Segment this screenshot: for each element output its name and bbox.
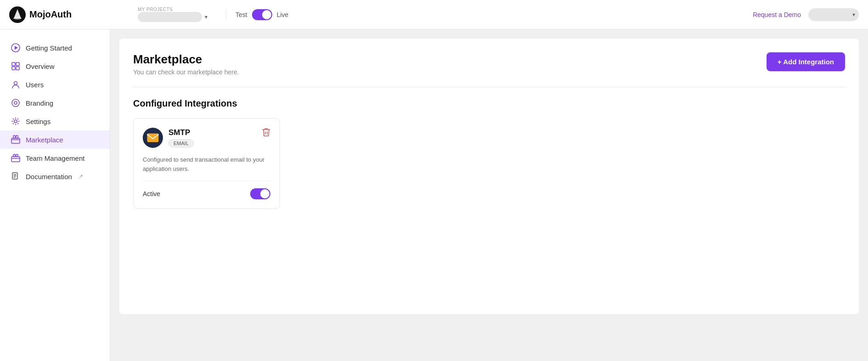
sidebar-label-team-management: Team Management: [26, 154, 84, 162]
docs-icon: [11, 172, 20, 181]
integration-card-smtp: SMTP EMAIL Configured to send transactio…: [133, 118, 280, 209]
main-content-card: Marketplace You can check our marketplac…: [119, 39, 859, 314]
team-icon: [11, 153, 20, 163]
app-header: MojoAuth MY PROJECTS ▾ Test Live Request…: [0, 0, 868, 29]
sidebar-label-branding: Branding: [26, 99, 53, 107]
branding-icon: [11, 98, 20, 107]
add-integration-button[interactable]: + Add Integration: [767, 52, 845, 71]
svg-point-8: [14, 82, 17, 85]
chevron-down-icon: ▾: [205, 14, 207, 20]
sidebar-label-documentation: Documentation: [26, 173, 72, 180]
users-icon: [11, 80, 20, 89]
section-title: Configured Integrations: [133, 98, 845, 109]
configured-integrations-section: Configured Integrations: [133, 98, 845, 209]
sidebar-item-settings[interactable]: Settings: [0, 112, 110, 130]
sidebar: Getting Started Overview Users Bran: [0, 29, 110, 361]
project-dropdown[interactable]: ▾: [138, 12, 207, 22]
svg-rect-13: [13, 135, 15, 138]
sidebar-item-team-management[interactable]: Team Management: [0, 149, 110, 167]
page-title: Marketplace: [133, 52, 239, 67]
sidebar-item-overview[interactable]: Overview: [0, 57, 110, 75]
delete-integration-button[interactable]: [262, 128, 270, 139]
card-icon-info: SMTP EMAIL: [143, 128, 194, 148]
toggle-active-thumb: [260, 189, 269, 198]
svg-rect-12: [11, 138, 20, 143]
sidebar-item-marketplace[interactable]: Marketplace: [0, 130, 110, 149]
live-label: Live: [277, 11, 289, 18]
play-icon: [11, 43, 20, 52]
test-label: Test: [235, 11, 247, 18]
sidebar-label-marketplace: Marketplace: [26, 136, 63, 144]
smtp-icon: [143, 128, 163, 148]
toggle-thumb: [262, 10, 271, 19]
svg-rect-16: [13, 154, 15, 157]
page-header: Marketplace You can check our marketplac…: [133, 52, 845, 87]
integration-description: Configured to send transactional email t…: [143, 155, 270, 181]
sidebar-item-users[interactable]: Users: [0, 75, 110, 94]
svg-rect-14: [16, 135, 18, 138]
sidebar-label-users: Users: [26, 81, 44, 89]
svg-rect-19: [147, 134, 158, 142]
user-menu[interactable]: ▾: [808, 8, 859, 21]
active-label: Active: [143, 190, 160, 197]
svg-rect-15: [11, 157, 20, 162]
svg-point-1: [13, 17, 22, 19]
svg-point-9: [12, 99, 19, 107]
env-toggle-section: Test Live: [226, 9, 288, 20]
svg-marker-3: [15, 46, 18, 50]
sidebar-item-getting-started[interactable]: Getting Started: [0, 39, 110, 57]
main-content-area: Marketplace You can check our marketplac…: [110, 29, 868, 361]
env-toggle[interactable]: [252, 9, 272, 20]
svg-rect-6: [12, 67, 15, 70]
app-layout: Getting Started Overview Users Bran: [0, 29, 868, 361]
logo-icon: [9, 6, 26, 23]
header-right: Request a Demo ▾: [753, 8, 859, 21]
sidebar-item-documentation[interactable]: Documentation ↗: [0, 167, 110, 186]
project-name-pill: [138, 12, 202, 22]
active-toggle[interactable]: [250, 188, 270, 199]
integration-tag: EMAIL: [168, 139, 194, 147]
card-footer: Active: [143, 188, 270, 199]
page-title-section: Marketplace You can check our marketplac…: [133, 52, 239, 76]
svg-rect-4: [12, 62, 15, 66]
sidebar-label-overview: Overview: [26, 62, 55, 70]
user-chevron-icon: ▾: [852, 11, 855, 18]
external-link-icon: ↗: [78, 173, 83, 180]
sidebar-label-settings: Settings: [26, 118, 50, 125]
svg-point-10: [14, 102, 17, 104]
svg-point-11: [14, 120, 17, 123]
overview-icon: [11, 62, 20, 71]
logo: MojoAuth: [9, 6, 101, 23]
trash-icon: [262, 128, 270, 137]
projects-label: MY PROJECTS: [138, 7, 207, 12]
settings-icon: [11, 117, 20, 126]
svg-rect-7: [16, 67, 19, 70]
request-demo-link[interactable]: Request a Demo: [753, 11, 801, 18]
card-top: SMTP EMAIL: [143, 128, 270, 148]
page-subtitle: You can check our marketplace here.: [133, 68, 239, 76]
email-icon: [147, 133, 159, 142]
logo-text: MojoAuth: [29, 9, 72, 20]
svg-rect-5: [16, 62, 19, 66]
svg-rect-17: [16, 154, 18, 157]
sidebar-item-branding[interactable]: Branding: [0, 94, 110, 112]
marketplace-icon: [11, 135, 20, 144]
card-name-section: SMTP EMAIL: [168, 128, 194, 147]
integration-name: SMTP: [168, 128, 194, 137]
sidebar-label-getting-started: Getting Started: [26, 44, 72, 52]
project-selector: MY PROJECTS ▾: [138, 7, 207, 22]
